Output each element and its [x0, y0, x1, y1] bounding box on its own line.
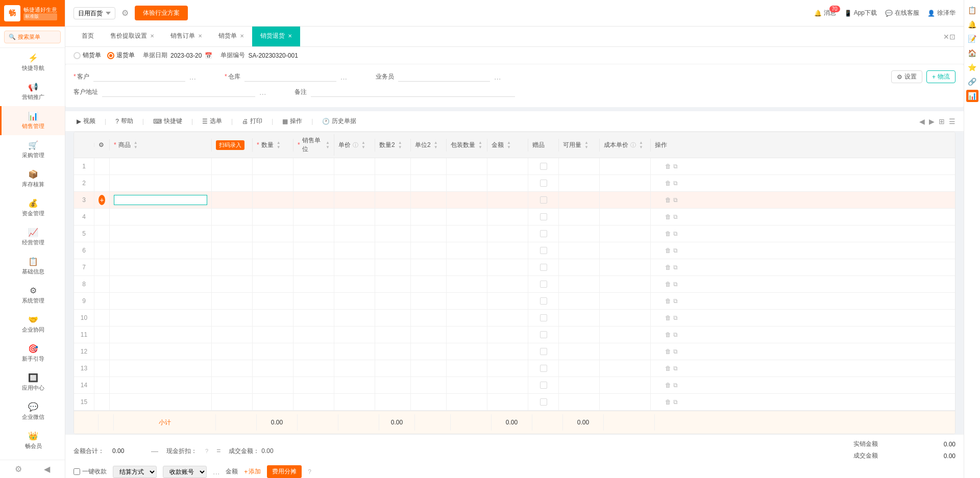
topbar-settings-button[interactable]: ⚙ [121, 8, 129, 18]
add-row-cell[interactable]: + [94, 192, 110, 208]
ops-cell-3[interactable]: 🗑 ⧉ [651, 192, 692, 208]
copy-icon-5[interactable]: ⧉ [673, 230, 678, 237]
sidebar-item-apps[interactable]: 🔲应用中心 [0, 368, 65, 397]
sidebar-settings-button[interactable]: ⚙ [15, 464, 22, 474]
avail-cell-8[interactable] [559, 276, 600, 292]
price-cell-11[interactable] [334, 326, 375, 343]
customer-dots-button[interactable]: ... [189, 72, 196, 82]
settings-button[interactable]: ⚙ 设置 [891, 70, 922, 83]
qty2-cell-15[interactable] [375, 394, 411, 410]
copy-icon-13[interactable]: ⧉ [673, 365, 678, 372]
pkg-cell-2[interactable] [447, 175, 487, 191]
copy-icon-1[interactable]: ⧉ [673, 163, 678, 170]
product-cell-4[interactable] [110, 209, 212, 225]
amount-cell-5[interactable] [487, 225, 528, 242]
gift-cell-1[interactable] [528, 158, 559, 174]
product-cell-12[interactable] [110, 343, 212, 360]
table-row[interactable]: 11 🗑 ⧉ [74, 326, 955, 343]
delete-icon-1[interactable]: 🗑 [665, 163, 671, 170]
table-row[interactable]: 5 🗑 ⧉ [74, 225, 955, 242]
gift-checkbox-2[interactable] [540, 180, 547, 187]
ops-cell-12[interactable]: 🗑 ⧉ [651, 343, 692, 360]
sidebar-item-operations[interactable]: 📈经营管理 [0, 222, 65, 251]
gift-checkbox-9[interactable] [540, 297, 547, 305]
table-row[interactable]: 12 🗑 ⧉ [74, 343, 955, 360]
table-row[interactable]: 8 🗑 ⧉ [74, 276, 955, 293]
avail-cell-1[interactable] [559, 158, 600, 174]
sidebar-collapse-button[interactable]: ◀ [44, 464, 50, 474]
prev-record-button[interactable]: ◀ [919, 117, 925, 125]
address-input[interactable] [102, 87, 255, 97]
unit2-sort[interactable]: ▲▼ [434, 141, 438, 149]
unit2-cell-7[interactable] [411, 259, 447, 275]
qty2-cell-14[interactable] [375, 377, 411, 393]
cost-sort[interactable]: ▲▼ [639, 141, 643, 149]
gift-checkbox-1[interactable] [540, 163, 547, 170]
table-row[interactable]: 3+ 🗑 ⧉ [74, 192, 955, 209]
pkg-cell-12[interactable] [447, 343, 487, 360]
price-cell-14[interactable] [334, 377, 375, 393]
delete-icon-4[interactable]: 🗑 [665, 213, 671, 220]
warehouse-input[interactable]: 总仓 [244, 72, 336, 82]
copy-icon-10[interactable]: ⧉ [673, 314, 678, 321]
qty2-cell-5[interactable] [375, 225, 411, 242]
qty-cell-12[interactable] [253, 343, 293, 360]
pkg-cell-4[interactable] [447, 209, 487, 225]
expense-split-button[interactable]: 费用分摊 [267, 465, 302, 478]
gift-cell-6[interactable] [528, 242, 559, 259]
pkg-cell-9[interactable] [447, 293, 487, 309]
price-sort[interactable]: ▲▼ [361, 141, 365, 149]
table-row[interactable]: 13 🗑 ⧉ [74, 360, 955, 377]
qty-cell-3[interactable] [253, 192, 293, 208]
product-cell-10[interactable] [110, 310, 212, 326]
tab-sales-return[interactable]: 销货退货✕ [252, 27, 300, 46]
price-cell-5[interactable] [334, 225, 375, 242]
customer-input[interactable] [93, 72, 185, 82]
product-input-3[interactable] [114, 195, 207, 205]
online-service-button[interactable]: 💬 在线客服 [885, 9, 919, 17]
delete-icon-8[interactable]: 🗑 [665, 281, 671, 288]
ops-cell-11[interactable]: 🗑 ⧉ [651, 326, 692, 343]
gift-cell-7[interactable] [528, 259, 559, 275]
qty-cell-9[interactable] [253, 293, 293, 309]
unit-cell-14[interactable] [293, 377, 334, 393]
qty2-cell-9[interactable] [375, 293, 411, 309]
discount-info-icon[interactable]: ? [205, 448, 208, 454]
gift-cell-11[interactable] [528, 326, 559, 343]
unit2-cell-8[interactable] [411, 276, 447, 292]
avail-cell-7[interactable] [559, 259, 600, 275]
next-record-button[interactable]: ▶ [929, 117, 935, 125]
tab-sales-order[interactable]: 销售订单✕ [162, 27, 210, 46]
gift-checkbox-11[interactable] [540, 331, 547, 338]
table-row[interactable]: 2 🗑 ⧉ [74, 175, 955, 192]
sale-bill-radio[interactable]: 销货单 [74, 51, 101, 60]
qty-cell-10[interactable] [253, 310, 293, 326]
qty-cell-11[interactable] [253, 326, 293, 343]
video-button[interactable]: ▶ 视频 [74, 115, 99, 127]
unit-cell-10[interactable] [293, 310, 334, 326]
unit2-cell-12[interactable] [411, 343, 447, 360]
delete-icon-6[interactable]: 🗑 [665, 247, 671, 254]
unit-cell-9[interactable] [293, 293, 334, 309]
unit2-cell-14[interactable] [411, 377, 447, 393]
qty2-sort[interactable]: ▲▼ [398, 141, 402, 149]
qty2-cell-1[interactable] [375, 158, 411, 174]
unit2-cell-11[interactable] [411, 326, 447, 343]
table-row[interactable]: 9 🗑 ⧉ [74, 293, 955, 310]
category-select[interactable]: 日用百货 [74, 7, 115, 19]
price-cell-9[interactable] [334, 293, 375, 309]
copy-icon-15[interactable]: ⧉ [673, 398, 678, 406]
sidebar-item-system[interactable]: ⚙系统管理 [0, 281, 65, 310]
unit2-cell-13[interactable] [411, 360, 447, 376]
price-cell-3[interactable] [334, 192, 375, 208]
cost-info-icon[interactable]: ⓘ [630, 141, 636, 149]
unit-cell-2[interactable] [293, 175, 334, 191]
product-cell-14[interactable] [110, 377, 212, 393]
pkg-cell-13[interactable] [447, 360, 487, 376]
gift-cell-12[interactable] [528, 343, 559, 360]
qty2-cell-6[interactable] [375, 242, 411, 259]
ops-cell-9[interactable]: 🗑 ⧉ [651, 293, 692, 309]
ops-cell-6[interactable]: 🗑 ⧉ [651, 242, 692, 259]
qty-cell-4[interactable] [253, 209, 293, 225]
delete-icon-2[interactable]: 🗑 [665, 180, 671, 187]
